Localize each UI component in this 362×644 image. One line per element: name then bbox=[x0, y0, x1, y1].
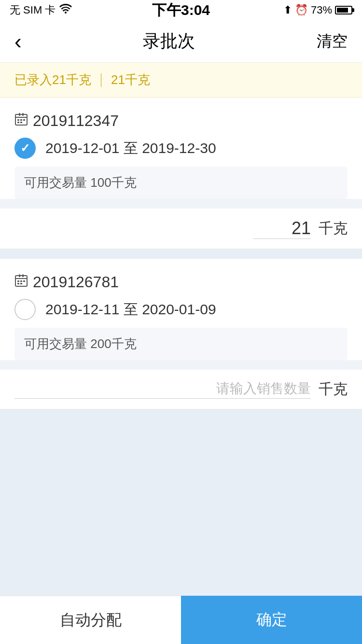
batch-2-icon bbox=[14, 274, 28, 291]
batch-2-unit: 千克 bbox=[319, 379, 348, 399]
back-button[interactable]: ‹ bbox=[14, 29, 22, 54]
batch-1-header: 2019112347 bbox=[14, 112, 348, 130]
svg-rect-14 bbox=[20, 280, 22, 282]
batch-1-date-row: 2019-12-01 至 2019-12-30 bbox=[14, 138, 348, 159]
svg-rect-11 bbox=[22, 274, 24, 277]
svg-rect-16 bbox=[17, 283, 19, 284]
status-bar: 无 SIM 卡 下午3:04 ⬆ ⏰ 73% bbox=[0, 0, 362, 20]
batch-1-radio[interactable] bbox=[14, 138, 36, 159]
auto-distribute-button[interactable]: 自动分配 bbox=[0, 596, 181, 644]
info-bar: 已录入21千克 21千克 bbox=[0, 63, 362, 98]
svg-rect-15 bbox=[23, 280, 25, 282]
status-carrier: 无 SIM 卡 bbox=[10, 3, 72, 17]
batch-item-1[interactable]: 2019112347 2019-12-01 至 2019-12-30 可用交易量… bbox=[0, 98, 362, 199]
svg-rect-5 bbox=[20, 119, 22, 121]
battery-percent: 73% bbox=[311, 4, 332, 16]
svg-rect-7 bbox=[17, 122, 19, 123]
svg-rect-6 bbox=[23, 119, 25, 121]
wifi-icon bbox=[59, 4, 72, 16]
confirm-button[interactable]: 确定 bbox=[181, 596, 362, 644]
svg-rect-1 bbox=[19, 113, 20, 116]
carrier-text: 无 SIM 卡 bbox=[10, 3, 56, 17]
bottom-bar: 自动分配 确定 bbox=[0, 596, 362, 644]
location-icon: ⬆ bbox=[283, 4, 292, 16]
batch-2-input-row[interactable]: 千克 bbox=[0, 370, 362, 409]
batch-1-icon bbox=[14, 112, 28, 129]
info-divider bbox=[101, 73, 101, 87]
battery-icon bbox=[335, 6, 352, 14]
batch-2-header: 2019126781 bbox=[14, 273, 348, 291]
batch-2-date: 2019-12-11 至 2020-01-09 bbox=[45, 300, 216, 320]
batch-2-input-container[interactable] bbox=[14, 380, 311, 399]
section-divider-2 bbox=[0, 409, 362, 419]
batch-2-qty-input[interactable] bbox=[127, 380, 311, 396]
page-title: 录批次 bbox=[143, 29, 195, 53]
svg-rect-4 bbox=[17, 119, 19, 121]
batch-1-id: 2019112347 bbox=[33, 112, 119, 130]
svg-rect-8 bbox=[20, 122, 22, 123]
batch-2-radio[interactable] bbox=[14, 299, 36, 320]
svg-rect-17 bbox=[20, 283, 22, 284]
batch-item-2[interactable]: 2019126781 2019-12-11 至 2020-01-09 可用交易量… bbox=[0, 259, 362, 360]
status-time: 下午3:04 bbox=[152, 0, 210, 20]
svg-rect-10 bbox=[19, 274, 20, 277]
status-icons: ⬆ ⏰ 73% bbox=[283, 4, 352, 16]
svg-rect-2 bbox=[22, 113, 24, 116]
clear-button[interactable]: 清空 bbox=[317, 31, 348, 52]
batch-2-availability: 可用交易量 200千克 bbox=[14, 328, 348, 360]
svg-rect-13 bbox=[17, 280, 19, 282]
nav-bar: ‹ 录批次 清空 bbox=[0, 20, 362, 63]
section-divider-1 bbox=[0, 249, 362, 259]
batch-2-date-row: 2019-12-11 至 2020-01-09 bbox=[14, 299, 348, 320]
batch-1-date: 2019-12-01 至 2019-12-30 bbox=[45, 139, 216, 158]
batch-1-qty-value: 21 bbox=[253, 218, 311, 239]
batch-1-quantity: 21 bbox=[292, 218, 311, 238]
batch-1-unit: 千克 bbox=[319, 219, 348, 238]
total-amount: 21千克 bbox=[111, 71, 150, 88]
recorded-amount: 已录入21千克 bbox=[14, 71, 91, 88]
batch-2-id: 2019126781 bbox=[33, 273, 119, 291]
alarm-icon: ⏰ bbox=[295, 4, 308, 16]
batch-1-qty-row: 21 千克 bbox=[0, 209, 362, 249]
batch-1-availability: 可用交易量 100千克 bbox=[14, 167, 348, 199]
